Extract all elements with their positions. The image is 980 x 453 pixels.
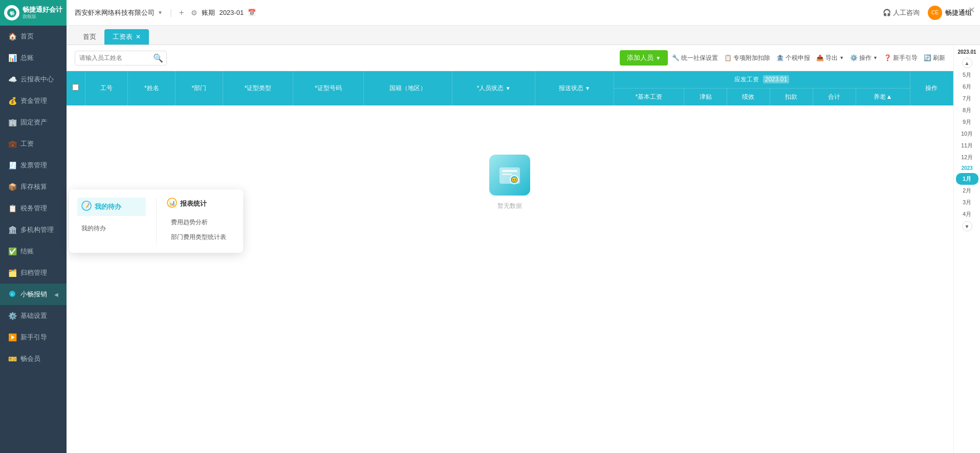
settings-button[interactable]: ⚙ <box>191 9 198 17</box>
sidebar-item-label: 结账 <box>20 247 34 256</box>
th-total: 合计 <box>813 89 856 106</box>
toolbar-actions: 🔧 统一社保设置 📋 专项附加扣除 🏦 个税申报 📤 导出 ▼ <box>672 54 945 62</box>
timeline-month-9[interactable]: 9月 <box>956 116 978 128</box>
export-icon: 📤 <box>816 54 824 61</box>
tax-deduction-button[interactable]: 📋 专项附加扣除 <box>724 54 770 62</box>
sidebar-item-assets[interactable]: 🏢 固定资产 <box>0 112 67 133</box>
timeline-month-6[interactable]: 6月 <box>956 81 978 93</box>
timeline-year-2023: 2023 <box>960 163 973 173</box>
guide-label: 新手引导 <box>893 54 918 62</box>
sidebar-item-label: 新手引导 <box>20 333 47 342</box>
salary-table: 工号 *姓名 *部门 *证型类型 *证型号码 国籍（地区） *人员状态 ▼ <box>67 71 953 453</box>
service-button[interactable]: 🎧 人工咨询 <box>883 8 920 17</box>
period-value: 2023-01 <box>219 9 244 16</box>
th-department: *部门 <box>176 71 223 105</box>
popup-item-cost-trend[interactable]: 费用趋势分析 <box>167 215 235 230</box>
timeline-month-4[interactable]: 4月 <box>956 208 978 220</box>
sidebar-item-archive[interactable]: 🗂️ 归档管理 <box>0 262 67 284</box>
popup-item-my-todo[interactable]: 我的待办 <box>77 221 146 236</box>
report-icon: 📊 <box>167 198 177 210</box>
th-checkbox[interactable] <box>67 71 85 105</box>
period-badge: 2023.01 <box>763 75 789 83</box>
invoice-icon: 🧾 <box>8 161 16 169</box>
topbar-actions: 🎧 人工咨询 CE 畅捷通组 <box>883 6 972 20</box>
svg-rect-5 <box>502 170 517 172</box>
popup-item-dept-cost[interactable]: 部门费用类型统计表 <box>167 230 235 245</box>
user-info[interactable]: CE 畅捷通组 <box>928 6 972 20</box>
company-selector[interactable]: 西安虾米网络科技有限公司 ▼ <box>75 8 163 17</box>
add-person-button[interactable]: 添加人员 ▼ <box>620 50 668 66</box>
timeline: 2023.01 ▲ 5月 6月 7月 8月 9月 10月 11月 12月 202… <box>953 45 980 453</box>
popup-item-todo-label: 我的待办 <box>81 225 106 232</box>
sidebar-item-tax[interactable]: 📋 税务管理 <box>0 198 67 219</box>
app-title: 畅捷通好会计 <box>23 6 62 14</box>
window-close-button[interactable]: ✕ <box>968 5 975 15</box>
timeline-month-1[interactable]: 1月 <box>956 173 978 185</box>
operations-button[interactable]: ⚙️ 操作 ▼ <box>850 54 878 62</box>
toolbar: 🔍 添加人员 ▼ 🔧 统一社保设置 📋 专项附加扣除 <box>67 45 953 71</box>
popup-header-todo: 📝 我的待办 <box>77 198 146 216</box>
tax-report-button[interactable]: 🏦 个税申报 <box>776 54 810 62</box>
sidebar-item-multiorg[interactable]: 🏛️ 多机构管理 <box>0 219 67 241</box>
filter-icon[interactable]: ▼ <box>506 85 511 91</box>
sidebar-item-label: 总账 <box>20 53 34 62</box>
popup-header-report: 📊 报表统计 <box>167 198 235 210</box>
period-display[interactable]: 账期 2023-01 📅 <box>202 8 256 17</box>
search-input[interactable] <box>79 54 151 61</box>
tax-report-label: 个税申报 <box>786 54 810 62</box>
sidebar-item-cloud-report[interactable]: ☁️ 云报表中心 <box>0 69 67 90</box>
tab-home[interactable]: 首页 <box>75 29 104 45</box>
sidebar-item-label: 资金管理 <box>20 96 47 105</box>
sidebar-item-home[interactable]: 🏠 首页 <box>0 26 67 47</box>
sidebar-item-label: 税务管理 <box>20 204 47 213</box>
sidebar-item-ledger[interactable]: 📊 总账 <box>0 47 67 69</box>
timeline-up-button[interactable]: ▲ <box>962 58 972 68</box>
th-employee-id: 工号 <box>85 71 128 105</box>
sidebar-item-fund[interactable]: 💰 资金管理 <box>0 90 67 112</box>
tabbar: 首页 工资表 ✕ ✕ <box>67 26 980 45</box>
calendar-icon: 📅 <box>248 9 256 16</box>
guide-button[interactable]: ❓ 新手引导 <box>884 54 918 62</box>
refresh-button[interactable]: 🔄 刷新 <box>924 54 945 62</box>
timeline-month-11[interactable]: 11月 <box>956 140 978 152</box>
timeline-month-3[interactable]: 3月 <box>956 197 978 208</box>
social-insurance-button[interactable]: 🔧 统一社保设置 <box>672 54 718 62</box>
tab-salary[interactable]: 工资表 ✕ <box>104 29 149 45</box>
th-base-salary: *基本工资 <box>614 89 684 106</box>
member-icon: 🎫 <box>8 355 16 363</box>
period-label: 账期 <box>202 8 215 17</box>
tab-close-icon[interactable]: ✕ <box>136 33 141 40</box>
sidebar-item-member[interactable]: 🎫 畅会员 <box>0 348 67 370</box>
sidebar-item-settings[interactable]: ⚙️ 基础设置 <box>0 305 67 327</box>
timeline-month-5[interactable]: 5月 <box>956 69 978 81</box>
tax-deduction-icon: 📋 <box>724 54 732 61</box>
svg-text:😊: 😊 <box>511 177 518 183</box>
sidebar-item-expense[interactable]: G 小畅报销 ◀ <box>0 284 67 305</box>
timeline-down-button[interactable]: ▼ <box>962 221 972 231</box>
th-send-status: 报送状态 ▼ <box>535 71 614 105</box>
inventory-icon: 📦 <box>8 183 16 191</box>
sidebar-item-salary[interactable]: 💼 工资 <box>0 133 67 155</box>
th-operations: 操作 <box>910 71 953 105</box>
search-box: 🔍 <box>75 51 167 66</box>
select-all-checkbox[interactable] <box>72 84 79 91</box>
sidebar-item-close[interactable]: ✅ 结账 <box>0 241 67 262</box>
sidebar-item-guide[interactable]: ▶️ 新手引导 <box>0 327 67 348</box>
popup-header-report-label: 报表统计 <box>180 199 207 208</box>
timeline-month-2[interactable]: 2月 <box>956 185 978 197</box>
timeline-month-12[interactable]: 12月 <box>956 152 978 163</box>
timeline-month-8[interactable]: 8月 <box>956 104 978 116</box>
tab-salary-label: 工资表 <box>113 32 133 41</box>
empty-icon: 😊 <box>489 155 530 196</box>
sidebar-item-invoice[interactable]: 🧾 发票管理 <box>0 155 67 176</box>
sidebar-item-inventory[interactable]: 📦 库存核算 <box>0 176 67 198</box>
timeline-month-10[interactable]: 10月 <box>956 128 978 140</box>
export-button[interactable]: 📤 导出 ▼ <box>816 54 844 62</box>
search-icon: 🔍 <box>153 53 163 63</box>
collapse-icon: ◀ <box>54 292 58 297</box>
expense-icon: G <box>8 290 16 299</box>
add-company-button[interactable]: + <box>179 8 184 17</box>
send-filter-icon[interactable]: ▼ <box>585 85 590 91</box>
th-nationality: 国籍（地区） <box>363 71 452 105</box>
timeline-month-7[interactable]: 7月 <box>956 93 978 104</box>
